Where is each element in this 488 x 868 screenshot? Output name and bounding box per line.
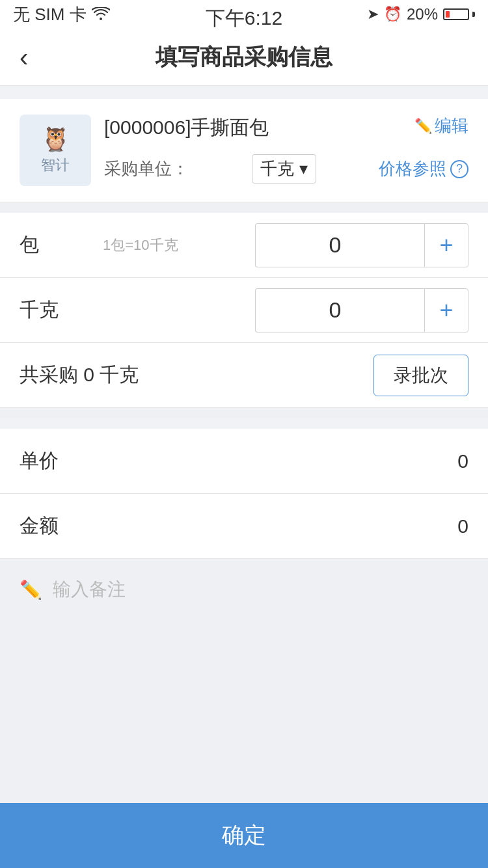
battery-icon xyxy=(443,8,475,20)
price-ref-label: 价格参照 xyxy=(379,157,446,180)
alarm-icon: ⏰ xyxy=(384,6,401,23)
unit-price-row: 单价 0 xyxy=(0,429,488,494)
product-top-row: [0000006]手撕面包 ✏️ 编辑 xyxy=(104,115,468,141)
edit-button[interactable]: ✏️ 编辑 xyxy=(414,115,468,137)
input-section: 包 1包=10千克 + 千克 + 共采购 0 千克 录批次 xyxy=(0,213,488,408)
product-logo-icon: 🦉 xyxy=(41,126,70,153)
bag-sublabel: 1包=10千克 xyxy=(103,236,255,255)
remark-section[interactable]: ✏️ 输入备注 xyxy=(0,559,488,620)
bag-input-row: 包 1包=10千克 + xyxy=(0,213,488,278)
bag-input[interactable] xyxy=(255,223,424,267)
kg-input-row: 千克 + xyxy=(0,278,488,343)
status-bar: 无 SIM 卡 下午6:12 ➤ ⏰ 20% xyxy=(0,0,488,29)
dropdown-icon: ▾ xyxy=(299,159,308,179)
status-bar-time: 下午6:12 xyxy=(206,5,282,32)
status-bar-right: ➤ ⏰ 20% xyxy=(367,5,475,23)
status-bar-left: 无 SIM 卡 xyxy=(13,3,110,26)
batch-button[interactable]: 录批次 xyxy=(373,355,468,396)
kg-input[interactable] xyxy=(255,288,424,332)
unit-price-value: 0 xyxy=(457,450,468,472)
edit-icon: ✏️ xyxy=(414,118,432,135)
back-button[interactable]: ‹ xyxy=(20,44,28,70)
product-name: [0000006]手撕面包 xyxy=(104,115,269,141)
product-thumbnail: 🦉 智计 xyxy=(20,115,91,186)
page-title: 填写商品采购信息 xyxy=(156,42,332,72)
summary-text: 共采购 0 千克 xyxy=(20,362,139,388)
price-ref-info-icon: ? xyxy=(450,160,468,178)
kg-input-wrapper: + xyxy=(255,288,468,332)
amount-label: 金额 xyxy=(20,513,59,539)
unit-select[interactable]: 千克 ▾ xyxy=(252,154,316,183)
section-divider-1 xyxy=(0,202,488,213)
bag-input-wrapper: + xyxy=(255,223,468,267)
pencil-icon: ✏️ xyxy=(20,579,42,601)
price-info-section: 单价 0 金额 0 xyxy=(0,429,488,559)
product-info: [0000006]手撕面包 ✏️ 编辑 采购单位： 千克 ▾ 价格参照 ? xyxy=(104,115,468,183)
confirm-label: 确定 xyxy=(222,821,266,850)
kg-plus-button[interactable]: + xyxy=(424,288,468,332)
product-logo-text: 智计 xyxy=(41,156,70,175)
location-icon: ➤ xyxy=(367,6,379,23)
content-area xyxy=(0,620,488,815)
product-unit-row: 采购单位： 千克 ▾ 价格参照 ? xyxy=(104,154,468,183)
amount-row: 金额 0 xyxy=(0,494,488,559)
carrier-text: 无 SIM 卡 xyxy=(13,3,87,26)
bag-label: 包 xyxy=(20,232,98,258)
battery-percent: 20% xyxy=(407,5,438,23)
kg-label: 千克 xyxy=(20,297,98,323)
nav-bar: ‹ 填写商品采购信息 xyxy=(0,29,488,86)
unit-label: 采购单位： xyxy=(104,157,189,180)
confirm-button[interactable]: 确定 xyxy=(0,803,488,868)
edit-label: 编辑 xyxy=(435,115,468,137)
bag-plus-button[interactable]: + xyxy=(424,223,468,267)
section-divider-2 xyxy=(0,408,488,418)
product-card: 🦉 智计 [0000006]手撕面包 ✏️ 编辑 采购单位： 千克 ▾ 价格参照… xyxy=(0,99,488,202)
amount-value: 0 xyxy=(457,515,468,537)
summary-row: 共采购 0 千克 录批次 xyxy=(0,343,488,408)
unit-value: 千克 xyxy=(260,157,294,180)
price-reference-button[interactable]: 价格参照 ? xyxy=(379,157,468,180)
unit-price-label: 单价 xyxy=(20,448,59,474)
wifi-icon xyxy=(92,5,110,25)
remark-placeholder: 输入备注 xyxy=(53,577,126,602)
